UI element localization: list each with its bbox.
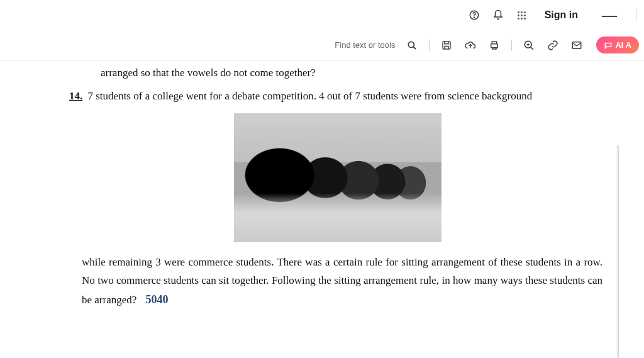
save-icon[interactable]: [440, 38, 453, 52]
question-number: 14.: [69, 90, 82, 102]
ai-assistant-button[interactable]: AI A: [596, 36, 639, 53]
document-content: arranged so that the vowels do not come …: [69, 64, 606, 309]
title-bar: Sign in —: [0, 0, 644, 30]
print-icon[interactable]: [487, 38, 501, 52]
ai-label: AI A: [615, 40, 631, 50]
apps-grid-icon[interactable]: [516, 9, 528, 21]
toolbar: Find text or tools: [0, 30, 644, 60]
question-14-text-a: 7 students of a college went for a debat…: [88, 90, 533, 102]
mail-icon[interactable]: [570, 38, 584, 52]
sign-in-button[interactable]: Sign in: [540, 9, 583, 21]
link-icon[interactable]: [546, 38, 560, 52]
question-14-text-b: while remaining 3 were commerce students…: [69, 254, 606, 310]
handwritten-answer: 5040: [146, 293, 169, 306]
previous-question-fragment: arranged so that the vowels do not come …: [69, 64, 606, 82]
document-viewport: arranged so that the vowels do not come …: [0, 60, 644, 309]
minimize-button[interactable]: —: [594, 6, 625, 24]
separator: [636, 9, 636, 21]
help-icon[interactable]: [468, 9, 480, 21]
zoom-add-icon[interactable]: [522, 38, 536, 52]
svg-point-2: [409, 42, 414, 47]
bell-icon[interactable]: [492, 9, 504, 21]
separator: [511, 40, 512, 51]
svg-point-1: [474, 17, 474, 18]
page-edge: [616, 145, 619, 358]
svg-rect-3: [443, 42, 450, 49]
students-debate-image: [234, 113, 441, 242]
search-icon[interactable]: [405, 38, 419, 52]
svg-rect-4: [491, 43, 498, 47]
upload-icon[interactable]: [464, 38, 477, 52]
separator: [429, 40, 430, 51]
find-label: Find text or tools: [335, 40, 395, 50]
question-14-line1: 14. 7 students of a college went for a d…: [69, 87, 606, 106]
